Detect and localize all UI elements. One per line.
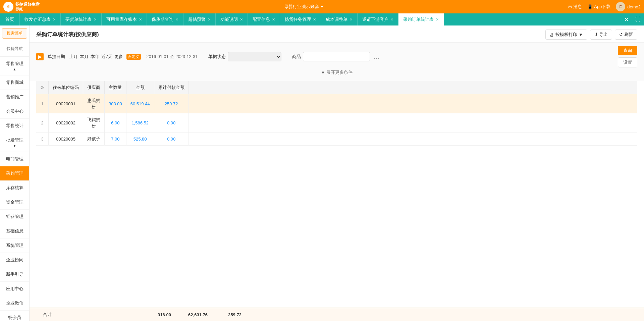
- export-btn[interactable]: ⬇ 导出: [590, 30, 612, 40]
- top-bar: 6 畅捷通好生意 标账 母婴行业演示账套 ▼ ✉ 消息 📱 App下载 E de…: [0, 0, 644, 13]
- export-icon: ⬇: [594, 32, 598, 37]
- refresh-btn[interactable]: ↺ 刷新: [615, 30, 637, 40]
- print-btn[interactable]: 🖨 按模板打印 ▼: [545, 30, 587, 40]
- filter-bar: ▶ 单据日期 上月 本月 本年 近7天 更多 自定义 2016-01-01 至 …: [30, 43, 644, 81]
- sidebar-item-retail-mgmt[interactable]: 零售管理 ▲: [0, 57, 29, 75]
- sidebar-item-guide[interactable]: 新手引导: [0, 267, 29, 282]
- goods-input[interactable]: [303, 52, 370, 61]
- nav-actions: ✕ ⛶: [621, 13, 644, 25]
- close-tab-yaoqing[interactable]: ✕: [390, 17, 393, 22]
- column-settings-icon[interactable]: ⚙: [40, 85, 44, 90]
- sidebar-item-enterprise[interactable]: 企业协同: [0, 253, 29, 267]
- sidebar-item-retail-stats[interactable]: 零售统计: [0, 119, 29, 133]
- download-icon: 📱: [587, 4, 593, 9]
- sidebar-item-marketing[interactable]: 营销推广: [0, 90, 29, 104]
- status-filter: 单据状态: [208, 52, 281, 61]
- shortcut-last-month[interactable]: 上月: [69, 54, 78, 60]
- query-btn[interactable]: 查询: [618, 46, 637, 55]
- close-tab-peizhi[interactable]: ✕: [272, 17, 275, 22]
- status-select[interactable]: [228, 52, 281, 61]
- tab-peizhi[interactable]: 配置信息 ✕: [248, 13, 280, 25]
- search-menu-btn[interactable]: 搜索菜单: [2, 28, 27, 39]
- more-options-icon[interactable]: …: [373, 53, 379, 60]
- goods-label: 商品: [292, 54, 301, 60]
- shortcut-this-month[interactable]: 本月: [80, 54, 89, 60]
- col-settings: ⚙: [36, 81, 49, 94]
- tab-keyongliang[interactable]: 可用量库存账本 ✕: [102, 13, 147, 25]
- close-tab-keyongliang[interactable]: ✕: [139, 17, 142, 22]
- tab-yaoqing[interactable]: 邀请下游客户 ✕: [358, 13, 398, 25]
- sidebar-item-purchase[interactable]: 采购管理: [0, 166, 29, 181]
- row-3-index: 3: [36, 132, 49, 146]
- workspace-selector[interactable]: 母婴行业演示账套 ▼: [284, 4, 324, 10]
- close-tab-chengben[interactable]: ✕: [350, 17, 353, 22]
- sidebar-item-member2[interactable]: 畅会员: [0, 311, 29, 321]
- footer-total-paid: 259.72: [215, 312, 255, 317]
- app-download-btn[interactable]: 📱 App下载: [587, 4, 610, 10]
- table-footer: 合计 316.00 62,631.76 259.72: [30, 308, 644, 321]
- sidebar-item-inventory[interactable]: 库存核算: [0, 181, 29, 195]
- close-all-tabs-btn[interactable]: ✕: [621, 13, 632, 25]
- close-tab-gongneng[interactable]: ✕: [240, 17, 243, 22]
- sidebar: 搜索菜单 快捷导航 零售管理 ▲ 零售商城 营销推广 会员中心 零售统计 批发管…: [0, 25, 30, 321]
- maximize-btn[interactable]: ⛶: [632, 13, 644, 25]
- top-bar-right: ✉ 消息 📱 App下载 E demo2: [568, 2, 641, 11]
- tab-home[interactable]: 首页: [0, 13, 20, 25]
- close-tab-yaohuo[interactable]: ✕: [94, 17, 97, 22]
- footer-total-qty: 316.00: [148, 312, 181, 317]
- filter-toggle-btn[interactable]: ▶: [36, 53, 44, 60]
- logo-text: 畅捷通好生意 标账: [15, 2, 40, 11]
- expand-filters-btn[interactable]: ▼ 展开更多条件: [36, 67, 637, 77]
- sidebar-item-basic-info[interactable]: 基础信息: [0, 224, 29, 238]
- sidebar-item-wholesale[interactable]: 批发管理 ▼: [0, 133, 29, 152]
- close-tab-caigou-tongji[interactable]: ✕: [436, 17, 439, 22]
- close-tab-chaozhu[interactable]: ✕: [208, 17, 211, 22]
- date-range-display: 2016-01-01 至 2023-12-31: [146, 54, 198, 60]
- expand-arrow-icon: ▲: [13, 67, 16, 71]
- sidebar-item-system[interactable]: 系统管理: [0, 238, 29, 253]
- date-shortcuts: 上月 本月 本年 近7天 更多 自定义: [69, 54, 141, 60]
- table-body: 1 00020001 惠氏奶粉 303.00 60,519.44 259.72 …: [36, 94, 637, 146]
- printer-icon: 🖨: [550, 32, 554, 37]
- sidebar-item-app-center[interactable]: 应用中心: [0, 282, 29, 296]
- page-title: 采购订单统计表(按供应商): [36, 31, 99, 38]
- tab-chaozhu[interactable]: 超储预警 ✕: [183, 13, 216, 25]
- row-1-index: 1: [36, 94, 49, 113]
- shortcut-more[interactable]: 更多: [114, 54, 123, 60]
- sidebar-item-retail-mall[interactable]: 零售商城: [0, 75, 29, 90]
- sidebar-item-finance[interactable]: 资金管理: [0, 195, 29, 210]
- settings-btn[interactable]: 设置: [618, 57, 637, 67]
- user-info[interactable]: E demo2: [616, 2, 641, 11]
- row-3-qty: 7.00: [105, 132, 126, 146]
- tab-jianhuo[interactable]: 拣货任务管理 ✕: [280, 13, 321, 25]
- wholesale-arrow-icon: ▼: [13, 144, 16, 148]
- close-tab-shoufacun[interactable]: ✕: [53, 17, 56, 22]
- tab-baozhi[interactable]: 保质期查询 ✕: [147, 13, 183, 25]
- tab-caigou-tongji[interactable]: 采购订单统计表 ✕: [398, 13, 444, 25]
- sidebar-item-operations[interactable]: 经营管理: [0, 210, 29, 224]
- row-2-index: 2: [36, 113, 49, 132]
- col-supplier: 供应商: [83, 81, 105, 94]
- tab-gongneng[interactable]: 功能说明 ✕: [216, 13, 248, 25]
- sidebar-item-ecommerce[interactable]: 电商管理: [0, 152, 29, 166]
- data-table: ⚙ 往来单位编码 供应商 主数量 金额 累计付款金额 1 00020001: [36, 81, 637, 146]
- tab-chengben[interactable]: 成本调整单 ✕: [321, 13, 358, 25]
- shortcut-this-year[interactable]: 本年: [91, 54, 99, 60]
- tab-shoufacun[interactable]: 收发存汇总表 ✕: [20, 13, 61, 25]
- close-tab-baozhi[interactable]: ✕: [175, 17, 178, 22]
- table-row: 2 00020002 飞鹤奶粉 6.00 1,586.52 0.00: [36, 113, 637, 132]
- quick-nav-btn[interactable]: 快捷导航: [2, 44, 27, 54]
- row-1-qty: 303.00: [105, 94, 126, 113]
- row-2-code: 00020002: [49, 113, 83, 132]
- sidebar-item-member[interactable]: 会员中心: [0, 104, 29, 119]
- page-actions: 🖨 按模板打印 ▼ ⬇ 导出 ↺ 刷新: [545, 30, 637, 40]
- message-btn[interactable]: ✉ 消息: [568, 4, 582, 10]
- shortcut-7days[interactable]: 近7天: [101, 54, 112, 60]
- sidebar-item-wechat[interactable]: 企业微信: [0, 296, 29, 311]
- logo-letter: 6: [7, 4, 10, 9]
- close-tab-jianhuo[interactable]: ✕: [313, 17, 316, 22]
- tab-yaohuo[interactable]: 要货单统计表 ✕: [61, 13, 102, 25]
- row-3-amount: 525.80: [126, 132, 154, 146]
- nav-tabs: 首页 收发存汇总表 ✕ 要货单统计表 ✕ 可用量库存账本 ✕ 保质期查询 ✕ 超…: [0, 13, 644, 25]
- footer-summary-label: 合计: [40, 312, 148, 318]
